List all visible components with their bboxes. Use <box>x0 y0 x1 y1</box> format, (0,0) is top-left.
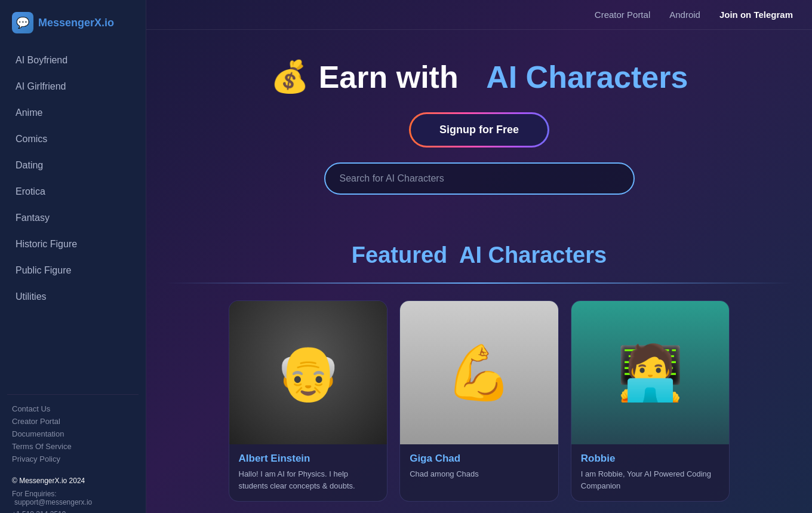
character-card-body-giga-chad: Giga Chad Chad among Chads <box>400 444 558 490</box>
enquiry-label: For Enquiries: support@messengerx.io <box>12 490 134 506</box>
topnav-link-telegram[interactable]: Join on Telegram <box>719 10 793 20</box>
character-card-body-albert-einstein: Albert Einstein Hallo! I am AI for Physi… <box>229 444 387 501</box>
sidebar-divider <box>7 394 139 395</box>
sidebar-item-anime[interactable]: Anime <box>7 100 139 125</box>
sidebar-item-public-figure[interactable]: Public Figure <box>7 258 139 283</box>
footer-link-creator-portal[interactable]: Creator Portal <box>12 417 134 426</box>
logo-emoji: 💬 <box>16 16 29 29</box>
main-content: Creator PortalAndroidJoin on Telegram 💰 … <box>146 0 812 513</box>
footer-link-documentation[interactable]: Documentation <box>12 429 134 438</box>
topnav-link-android[interactable]: Android <box>669 10 700 20</box>
signup-btn-wrapper[interactable]: Signup for Free <box>411 114 548 146</box>
character-portrait-robbie: 🧑‍💻 <box>571 301 730 444</box>
character-card-robbie[interactable]: 🧑‍💻 Robbie I am Robbie, Your AI Powered … <box>571 300 730 502</box>
footer-link-contact-us[interactable]: Contact Us <box>12 404 134 413</box>
sidebar-nav: AI BoyfriendAI GirlfriendAnimeComicsDati… <box>0 48 146 385</box>
character-card-giga-chad[interactable]: 💪 Giga Chad Chad among Chads <box>399 300 559 502</box>
character-desc-giga-chad: Chad among Chads <box>410 468 549 480</box>
featured-divider <box>165 282 793 284</box>
hero-title-prefix: Earn with <box>319 59 459 95</box>
featured-title-highlight: AI Characters <box>459 242 607 268</box>
sidebar-item-dating[interactable]: Dating <box>7 153 139 178</box>
topnav-link-creator-portal[interactable]: Creator Portal <box>595 10 650 20</box>
sidebar-item-comics[interactable]: Comics <box>7 127 139 152</box>
search-wrapper <box>324 162 635 195</box>
hero-emoji: 💰 <box>270 59 309 95</box>
footer-link-privacy-policy[interactable]: Privacy Policy <box>12 454 134 463</box>
logo-icon: 💬 <box>12 12 33 33</box>
character-name-albert-einstein: Albert Einstein <box>239 453 378 465</box>
hero-title: 💰 Earn with AI Characters <box>270 59 688 95</box>
character-name-robbie: Robbie <box>581 453 720 465</box>
featured-title-prefix: Featured <box>352 242 447 268</box>
hero-title-highlight: AI Characters <box>486 59 688 95</box>
sidebar-footer: Contact UsCreator PortalDocumentationTer… <box>0 404 146 513</box>
sidebar-item-ai-girlfriend[interactable]: AI Girlfriend <box>7 74 139 99</box>
character-name-giga-chad: Giga Chad <box>410 453 549 465</box>
logo-text-prefix: Messenger <box>38 17 94 29</box>
featured-grid: 👴 Albert Einstein Hallo! I am AI for Phy… <box>229 300 730 502</box>
sidebar-item-fantasy[interactable]: Fantasy <box>7 205 139 231</box>
search-input[interactable] <box>324 162 635 195</box>
copyright: © MessengerX.io 2024 <box>12 477 134 485</box>
character-desc-robbie: I am Robbie, Your AI Powered Coding Comp… <box>581 468 720 492</box>
signup-button[interactable]: Signup for Free <box>411 114 548 146</box>
footer-link-terms-of-service[interactable]: Terms Of Service <box>12 442 134 451</box>
topnav: Creator PortalAndroidJoin on Telegram <box>146 0 812 30</box>
logo-text-suffix: X.io <box>94 17 114 29</box>
sidebar: 💬 MessengerX.io AI BoyfriendAI Girlfrien… <box>0 0 146 513</box>
featured-title: Featured AI Characters <box>165 242 793 268</box>
sidebar-item-erotica[interactable]: Erotica <box>7 179 139 204</box>
character-card-body-robbie: Robbie I am Robbie, Your AI Powered Codi… <box>571 444 730 501</box>
character-portrait-giga-chad: 💪 <box>400 301 558 444</box>
sidebar-item-historic-figure[interactable]: Historic Figure <box>7 232 139 257</box>
featured-section: Featured AI Characters 👴 Albert Einstein… <box>146 242 812 513</box>
logo[interactable]: 💬 MessengerX.io <box>0 12 146 48</box>
sidebar-item-utilities[interactable]: Utilities <box>7 284 139 309</box>
character-card-albert-einstein[interactable]: 👴 Albert Einstein Hallo! I am AI for Phy… <box>229 300 388 502</box>
character-desc-albert-einstein: Hallo! I am AI for Physics. I help stude… <box>239 468 378 492</box>
sidebar-item-ai-boyfriend[interactable]: AI Boyfriend <box>7 48 139 73</box>
logo-text: MessengerX.io <box>38 17 114 29</box>
enquiry-email: support@messengerx.io <box>14 498 92 506</box>
phone: +1.510.214.3519 <box>12 510 134 513</box>
hero-section: 💰 Earn with AI Characters Signup for Fre… <box>146 30 812 242</box>
character-portrait-albert-einstein: 👴 <box>229 301 387 444</box>
